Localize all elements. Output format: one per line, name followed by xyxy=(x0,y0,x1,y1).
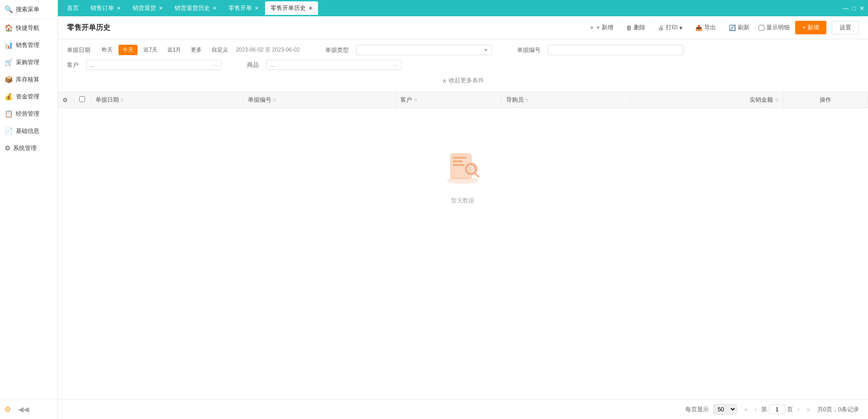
minimize-button[interactable]: — xyxy=(843,5,849,12)
filter-area: 单据日期 昨天 今天 近7天 近1月 更多 自定义 2023-06-02 至 2… xyxy=(58,39,868,92)
sidebar-item-basic-info[interactable]: 📄 基础信息 xyxy=(0,122,57,140)
date-buttons: 昨天 今天 近7天 近1月 更多 自定义 2023-06-02 至 2023-0… xyxy=(98,45,300,55)
svg-line-7 xyxy=(475,174,479,177)
product-input-field[interactable] xyxy=(270,61,393,68)
settings-gear-icon[interactable]: ⚙ xyxy=(5,405,11,414)
th-checkbox[interactable] xyxy=(74,92,90,108)
type-filter-select[interactable]: ▾ xyxy=(356,45,492,55)
collapse-chevron-icon: ∧ xyxy=(442,77,447,84)
tab-retail-open[interactable]: 零售开单 ✕ xyxy=(223,1,264,15)
date-btn-yesterday[interactable]: 昨天 xyxy=(98,45,117,55)
per-page-select[interactable]: 50 10 20 100 xyxy=(713,404,737,414)
th-settings[interactable]: ⚙ xyxy=(58,92,74,108)
sidebar-item-finance[interactable]: 💰 资金管理 xyxy=(0,88,57,105)
tab-retail-history-label: 零售开单历史 xyxy=(270,4,306,12)
tab-home[interactable]: 首页 xyxy=(62,1,84,15)
tab-sales-order-close[interactable]: ✕ xyxy=(117,5,121,11)
print-button[interactable]: 🖨 打印 ▾ xyxy=(655,22,686,33)
settings-icon[interactable]: ⚙ xyxy=(62,97,68,104)
type-select-chevron: ▾ xyxy=(484,47,488,53)
th-amount-sort-icon[interactable]: ⇅ xyxy=(775,98,778,103)
delete-label: 删除 xyxy=(634,24,645,32)
setting-button[interactable]: 设置 xyxy=(832,21,859,34)
customer-filter-input[interactable]: ··· xyxy=(86,60,222,70)
query-button[interactable]: + 新增 xyxy=(795,21,826,34)
sidebar-item-label: 基础信息 xyxy=(16,127,39,135)
th-customer-sort-icon[interactable]: ⇅ xyxy=(414,98,417,103)
date-filter-label: 单据日期 xyxy=(67,46,90,54)
tab-retail-open-label: 零售开单 xyxy=(228,4,252,12)
tab-retail-history-close[interactable]: ✕ xyxy=(308,5,313,11)
show-detail-checkbox[interactable]: 显示明细 xyxy=(759,24,790,32)
date-btn-more[interactable]: 更多 xyxy=(187,45,206,55)
th-date-label: 单据日期 xyxy=(95,96,119,103)
svg-rect-2 xyxy=(453,157,466,159)
th-guide-sort-icon[interactable]: ⇅ xyxy=(525,98,529,103)
th-number: 单据编号 ⇅ xyxy=(243,92,395,108)
sidebar-item-label: 系统管理 xyxy=(13,144,37,152)
last-page-button[interactable]: » xyxy=(804,405,812,414)
refresh-button[interactable]: 🔄 刷新 xyxy=(725,22,753,33)
page-nav: « ‹ 第 页 › » xyxy=(741,405,812,414)
sidebar-item-label: 销售管理 xyxy=(16,41,39,49)
inventory-icon: 📦 xyxy=(5,75,13,84)
export-button[interactable]: 📤 导出 xyxy=(692,22,720,33)
tab-return-close[interactable]: ✕ xyxy=(159,5,163,11)
date-btn-custom[interactable]: 自定义 xyxy=(208,45,232,55)
tab-retail-history[interactable]: 零售开单历史 ✕ xyxy=(265,1,318,15)
sidebar-item-sys-mgmt[interactable]: ⚙ 系统管理 xyxy=(0,140,57,157)
sidebar-search[interactable]: 🔍 搜索采单 xyxy=(0,0,57,19)
sys-icon: ⚙ xyxy=(5,144,10,152)
customer-input-field[interactable] xyxy=(90,61,213,68)
add-button[interactable]: ＋ + 新增 xyxy=(585,22,617,33)
window-controls: — □ ✕ xyxy=(843,5,864,12)
first-page-button[interactable]: « xyxy=(741,405,750,414)
product-filter-input[interactable]: ··· xyxy=(266,60,402,70)
home-icon: 🏠 xyxy=(5,24,13,32)
print-chevron-icon: ▾ xyxy=(679,24,683,31)
th-number-sort-icon[interactable]: ⇅ xyxy=(273,98,276,103)
tab-retail-open-close[interactable]: ✕ xyxy=(255,5,259,11)
main-area: 首页 销售订单 ✕ 销货退货 ✕ 销货退货历史 ✕ 零售开单 ✕ 零售开单历史 … xyxy=(58,0,868,419)
prev-page-button[interactable]: ‹ xyxy=(752,405,759,414)
tab-return-history[interactable]: 销货退货历史 ✕ xyxy=(169,1,222,15)
tab-home-label: 首页 xyxy=(67,4,79,12)
delete-button[interactable]: 🗑 删除 xyxy=(622,22,649,33)
tab-return[interactable]: 销货退货 ✕ xyxy=(127,1,168,15)
maximize-button[interactable]: □ xyxy=(852,5,856,12)
tab-sales-order[interactable]: 销售订单 ✕ xyxy=(85,1,126,15)
date-btn-today[interactable]: 今天 xyxy=(119,45,138,55)
customer-dots-icon: ··· xyxy=(213,61,218,68)
sales-icon: 📊 xyxy=(5,41,13,49)
th-customer-label: 客户 xyxy=(400,96,412,103)
page-input[interactable] xyxy=(769,405,785,414)
product-filter-label: 商品 xyxy=(247,61,259,69)
next-page-button[interactable]: › xyxy=(795,405,802,414)
sidebar-item-operations[interactable]: 📋 经营管理 xyxy=(0,105,57,122)
sidebar-item-purchase-mgmt[interactable]: 🛒 采购管理 xyxy=(0,54,57,71)
sidebar-item-quick-nav[interactable]: 🏠 快捷导航 xyxy=(0,19,57,37)
sidebar-item-label: 采购管理 xyxy=(16,58,39,66)
close-button[interactable]: ✕ xyxy=(859,5,864,12)
page-header: 零售开单历史 ＋ + 新增 🗑 删除 🖨 打印 ▾ 📤 导出 🔄 刷新 xyxy=(58,16,868,39)
date-btn-7days[interactable]: 近7天 xyxy=(139,45,161,55)
th-guide: 导购员 ⇅ xyxy=(501,92,631,108)
th-date: 单据日期 ⇅ xyxy=(90,92,243,108)
show-detail-check[interactable] xyxy=(759,25,764,31)
number-input-field[interactable] xyxy=(552,47,679,53)
collapse-sidebar-icon[interactable]: ◀◀ xyxy=(18,405,29,414)
date-btn-1month[interactable]: 近1月 xyxy=(163,45,185,55)
th-date-sort-icon[interactable]: ⇅ xyxy=(120,98,124,103)
select-all-checkbox[interactable] xyxy=(79,96,85,102)
sidebar-item-sales-mgmt[interactable]: 📊 销售管理 xyxy=(0,37,57,54)
th-guide-label: 导购员 xyxy=(506,96,524,103)
export-label: 导出 xyxy=(704,24,716,32)
number-filter-label: 单据编号 xyxy=(517,46,541,54)
collapse-more-btn[interactable]: ∧ 收起更多条件 xyxy=(67,75,859,86)
data-table: ⚙ 单据日期 ⇅ 单据编号 ⇅ 客户 ⇅ xyxy=(58,92,868,241)
number-filter-input[interactable] xyxy=(548,45,683,55)
sidebar-item-inventory[interactable]: 📦 库存核算 xyxy=(0,71,57,88)
page-title: 零售开单历史 xyxy=(67,23,110,33)
sidebar-item-label: 快捷导航 xyxy=(16,24,39,32)
tab-return-history-close[interactable]: ✕ xyxy=(213,5,217,11)
